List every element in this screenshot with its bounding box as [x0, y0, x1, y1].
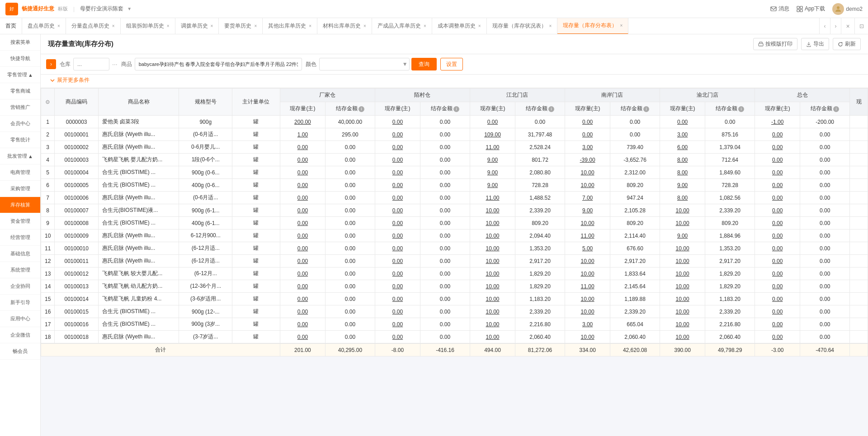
tab-close-4[interactable]: ×	[211, 23, 213, 28]
row-factory-qty[interactable]: 0.00	[280, 280, 325, 293]
warehouse-input[interactable]	[73, 58, 109, 70]
row-yubei-qty[interactable]: 10.00	[660, 217, 705, 230]
sidebar-item-nav[interactable]: 快捷导航	[0, 51, 40, 67]
row-mucun-qty[interactable]: 0.00	[375, 230, 420, 242]
sidebar-item-guide[interactable]: 新手引导	[0, 295, 40, 311]
tab-产成品入库[interactable]: 产成品入库单历史 ×	[372, 18, 432, 34]
tab-分量盘点[interactable]: 分量盘点单历史 ×	[66, 18, 121, 34]
row-jiangbei-qty[interactable]: 10.00	[470, 242, 515, 255]
tab-close-9[interactable]: ×	[478, 23, 481, 28]
row-factory-qty[interactable]: 200.00	[280, 116, 325, 128]
row-yubei-qty[interactable]: 8.00	[660, 154, 705, 166]
row-factory-qty[interactable]: 0.00	[280, 318, 325, 331]
row-factory-qty[interactable]: 0.00	[280, 217, 325, 230]
row-total-qty[interactable]: 0.00	[755, 280, 800, 293]
row-mucun-qty[interactable]: 0.00	[375, 267, 420, 280]
row-factory-qty[interactable]: 1.00	[280, 128, 325, 141]
app-download-btn[interactable]: App下载	[797, 5, 825, 13]
nav-expand-btn[interactable]: ⊡	[854, 18, 868, 34]
tab-inventory-history[interactable]: 盘点单历史 ×	[22, 18, 66, 34]
tab-其他出库[interactable]: 其他出库单历史 ×	[263, 18, 317, 34]
row-jiangbei-qty[interactable]: 10.00	[470, 280, 515, 293]
row-nanan-qty[interactable]: 0.00	[565, 128, 610, 141]
row-factory-qty[interactable]: 0.00	[280, 293, 325, 305]
industry-selector[interactable]: 母婴行业演示陈套	[80, 5, 123, 13]
row-yubei-qty[interactable]: 8.00	[660, 192, 705, 204]
row-nanan-qty[interactable]: 10.00	[565, 255, 610, 267]
sidebar-item-member[interactable]: 会员中心	[0, 116, 40, 132]
row-factory-qty[interactable]: 0.00	[280, 141, 325, 154]
row-jiangbei-qty[interactable]: 10.00	[470, 204, 515, 217]
sidebar-item-ecom[interactable]: 电商管理	[0, 164, 40, 181]
row-nanan-qty[interactable]: 10.00	[565, 331, 610, 344]
row-nanan-qty[interactable]: 5.00	[565, 242, 610, 255]
msg-btn[interactable]: 消息	[770, 5, 789, 13]
tab-close-5[interactable]: ×	[254, 23, 257, 28]
color-dropdown-icon[interactable]: ▼	[402, 61, 408, 67]
nav-next-btn[interactable]: ›	[830, 18, 841, 34]
tab-close-11[interactable]: ×	[620, 23, 623, 28]
row-jiangbei-qty[interactable]: 9.00	[470, 179, 515, 192]
sidebar-item-purchase[interactable]: 采购管理	[0, 181, 40, 197]
row-yubei-qty[interactable]: 10.00	[660, 331, 705, 344]
row-total-qty[interactable]: 0.00	[755, 242, 800, 255]
tab-材料出库[interactable]: 材料出库单历史 ×	[317, 18, 372, 34]
filter-toggle-btn[interactable]: ›	[46, 59, 56, 69]
row-factory-qty[interactable]: 0.00	[280, 305, 325, 318]
row-total-qty[interactable]: -1.00	[755, 116, 800, 128]
sidebar-item-search[interactable]: 搜索英单	[0, 34, 40, 51]
row-total-qty[interactable]: 0.00	[755, 255, 800, 267]
nav-prev-btn[interactable]: ‹	[819, 18, 830, 34]
settings-icon[interactable]: ⚙	[45, 99, 50, 105]
tab-组装拆卸[interactable]: 组装拆卸单历史 ×	[121, 18, 175, 34]
row-total-qty[interactable]: 0.00	[755, 141, 800, 154]
row-total-qty[interactable]: 0.00	[755, 154, 800, 166]
row-jiangbei-qty[interactable]: 11.00	[470, 141, 515, 154]
sidebar-item-app-center[interactable]: 应用中心	[0, 311, 40, 327]
row-mucun-qty[interactable]: 0.00	[375, 116, 420, 128]
row-nanan-qty[interactable]: 10.00	[565, 305, 610, 318]
setting-button[interactable]: 设置	[440, 58, 463, 70]
row-mucun-qty[interactable]: 0.00	[375, 128, 420, 141]
row-jiangbei-qty[interactable]: 10.00	[470, 217, 515, 230]
sidebar-item-enterprise[interactable]: 企业协同	[0, 278, 40, 295]
row-total-qty[interactable]: 0.00	[755, 305, 800, 318]
row-yubei-qty[interactable]: 10.00	[660, 280, 705, 293]
row-nanan-qty[interactable]: 9.00	[565, 204, 610, 217]
row-yubei-qty[interactable]: 0.00	[660, 116, 705, 128]
sidebar-item-retail-stat[interactable]: 零售统计	[0, 132, 40, 148]
row-yubei-qty[interactable]: 3.00	[660, 128, 705, 141]
tab-调拨[interactable]: 调拨单历史 ×	[175, 18, 219, 34]
sidebar-item-finance[interactable]: 资金管理	[0, 213, 40, 230]
sidebar-item-wework[interactable]: 企业微信	[0, 327, 40, 343]
sidebar-item-system[interactable]: 系统管理	[0, 262, 40, 278]
row-total-qty[interactable]: 0.00	[755, 331, 800, 344]
row-mucun-qty[interactable]: 0.00	[375, 154, 420, 166]
sidebar-item-operations[interactable]: 经营管理	[0, 230, 40, 246]
row-nanan-qty[interactable]: 10.00	[565, 217, 610, 230]
row-total-qty[interactable]: 0.00	[755, 192, 800, 204]
tab-home[interactable]: 首页	[0, 18, 22, 34]
row-mucun-qty[interactable]: 0.00	[375, 141, 420, 154]
row-jiangbei-qty[interactable]: 9.00	[470, 154, 515, 166]
tab-close-2[interactable]: ×	[112, 23, 115, 28]
row-jiangbei-qty[interactable]: 10.00	[470, 230, 515, 242]
row-total-qty[interactable]: 0.00	[755, 267, 800, 280]
sidebar-item-basic-info[interactable]: 基础信息	[0, 246, 40, 262]
row-nanan-qty[interactable]: 11.00	[565, 230, 610, 242]
row-mucun-qty[interactable]: 0.00	[375, 166, 420, 179]
tab-close-6[interactable]: ×	[309, 23, 311, 28]
row-mucun-qty[interactable]: 0.00	[375, 204, 420, 217]
row-jiangbei-qty[interactable]: 11.00	[470, 192, 515, 204]
industry-arrow[interactable]: ▼	[127, 6, 132, 11]
refresh-btn[interactable]: 刷新	[833, 38, 861, 50]
sidebar-item-marketing[interactable]: 营销推广	[0, 99, 40, 116]
row-total-qty[interactable]: 0.00	[755, 166, 800, 179]
row-yubei-qty[interactable]: 10.00	[660, 255, 705, 267]
row-mucun-qty[interactable]: 0.00	[375, 293, 420, 305]
row-mucun-qty[interactable]: 0.00	[375, 318, 420, 331]
tab-现存量分布[interactable]: 现存量（库存分布表） ×	[557, 18, 628, 34]
expand-conditions-btn[interactable]: 展开更多条件	[50, 76, 90, 84]
row-yubei-qty[interactable]: 10.00	[660, 242, 705, 255]
row-factory-qty[interactable]: 0.00	[280, 230, 325, 242]
